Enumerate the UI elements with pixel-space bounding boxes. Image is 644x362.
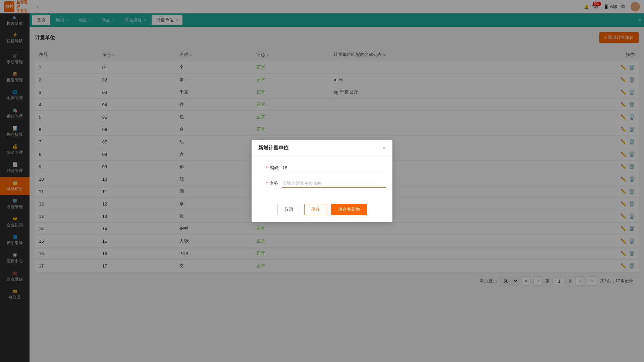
required-star-code: * bbox=[266, 165, 268, 170]
form-row-code: * 编码 bbox=[258, 164, 386, 172]
required-star-name: * bbox=[266, 181, 268, 186]
modal-title: 新增计量单位 bbox=[258, 145, 288, 151]
form-row-name: * 名称 bbox=[258, 179, 386, 188]
cancel-button[interactable]: 取消 bbox=[277, 204, 300, 215]
modal-footer: 取消 保存 保存并新增 bbox=[252, 200, 392, 222]
modal-body: * 编码 * 名称 bbox=[252, 156, 392, 200]
code-input[interactable] bbox=[282, 164, 386, 172]
name-input[interactable] bbox=[282, 179, 386, 188]
form-name-label: * 名称 bbox=[258, 180, 278, 186]
modal-header: 新增计量单位 × bbox=[252, 140, 392, 156]
add-unit-modal: 新增计量单位 × * 编码 * 名称 取消 保存 保存并新增 bbox=[252, 140, 392, 222]
save-new-button[interactable]: 保存并新增 bbox=[331, 204, 367, 215]
modal-overlay: 新增计量单位 × * 编码 * 名称 取消 保存 保存并新增 bbox=[0, 0, 644, 362]
save-button[interactable]: 保存 bbox=[304, 204, 327, 215]
modal-close-btn[interactable]: × bbox=[383, 145, 386, 151]
form-code-label: * 编码 bbox=[258, 165, 278, 171]
